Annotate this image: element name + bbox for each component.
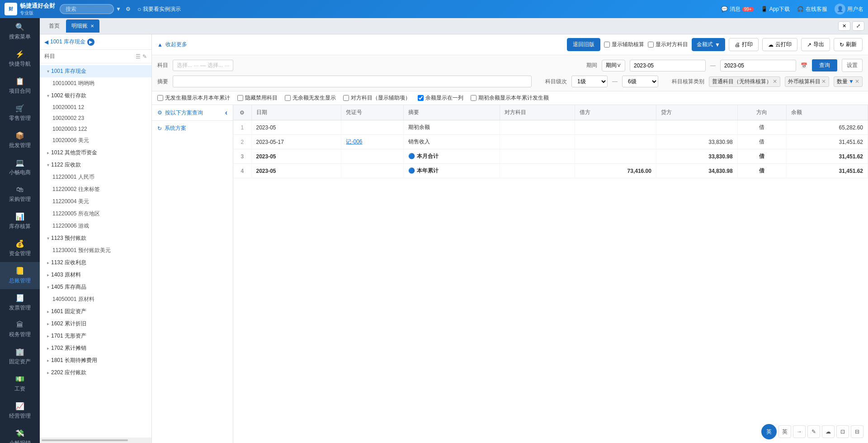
col-settings[interactable]: ⚙: [233, 105, 251, 120]
sidebar-item-ecommerce[interactable]: 💻 小畅电商: [0, 154, 40, 181]
show-opposite-checkbox[interactable]: 显示对方科目: [648, 41, 688, 48]
tree-item-11220004[interactable]: 11220004 美元: [40, 195, 151, 208]
no-balance-checkbox[interactable]: 无发生额显示本月本年累计: [157, 94, 230, 102]
expand-more-btn[interactable]: ▲ 收起更多: [157, 41, 187, 48]
sidebar-item-finance[interactable]: 💰 资金管理: [0, 235, 40, 262]
tab-home[interactable]: 首页: [43, 19, 65, 33]
search-button[interactable]: 查询: [812, 59, 837, 71]
tree-item-1701[interactable]: ▸ 1701 无形资产: [40, 330, 151, 342]
search-dropdown-icon[interactable]: ▼: [116, 6, 121, 12]
topbar-settings-icon[interactable]: ⚙: [126, 6, 131, 12]
tab-ledger-detail[interactable]: 明细账 ✕: [66, 19, 99, 33]
tag1-close-icon[interactable]: ✕: [773, 78, 777, 85]
sidebar-item-operations[interactable]: 📈 经营管理: [0, 397, 40, 424]
quantity-dropdown-icon[interactable]: ▼: [849, 78, 854, 85]
sidebar-item-ledger[interactable]: 📒 总账管理: [0, 262, 40, 289]
list-view-icon[interactable]: ☰: [136, 53, 141, 60]
search-input[interactable]: [60, 4, 114, 14]
period-type-button[interactable]: 期间∨: [602, 60, 625, 71]
sidebar-item-retail[interactable]: 🛒 零售管理: [0, 100, 40, 127]
system-plan-item[interactable]: ↻ 系统方案: [152, 121, 233, 136]
window-expand-button[interactable]: ⤢: [852, 21, 864, 31]
tree-item-1801[interactable]: ▸ 1801 长期待摊费用: [40, 354, 151, 367]
tree-item-2202[interactable]: ▸ 2202 应付账款: [40, 367, 151, 379]
tag-normal-subject[interactable]: 普通科目（无特殊核算） ✕: [709, 76, 780, 87]
tree-item-10020003[interactable]: 10020003 122: [40, 124, 151, 134]
tag2-close-icon[interactable]: ✕: [821, 78, 826, 85]
tree-item-1601[interactable]: ▸ 1601 固定资产: [40, 305, 151, 318]
sidebar-item-project[interactable]: 📋 项目合同: [0, 72, 40, 100]
arrow-button[interactable]: →: [793, 425, 806, 438]
refresh-button[interactable]: ↻ 刷新: [834, 38, 863, 51]
hide-disabled-checkbox[interactable]: 隐藏禁用科目: [237, 94, 278, 102]
back-old-version-button[interactable]: 退回旧版: [567, 38, 600, 51]
account-nav-left-icon[interactable]: ◀: [44, 39, 48, 45]
tree-item-10020006[interactable]: 10020006 美元: [40, 134, 151, 147]
tree-item-1001[interactable]: ▾ 1001 库存现金: [40, 65, 151, 77]
tree-item-11220005[interactable]: 11220005 所在地区: [40, 208, 151, 220]
period-end-input[interactable]: [720, 60, 796, 71]
tree-item-11220006[interactable]: 11220006 游戏: [40, 220, 151, 232]
tag-foreign-currency[interactable]: 外币核算科目 ✕: [785, 76, 829, 87]
tree-item-1002[interactable]: ▾ 1002 银行存款: [40, 90, 151, 102]
export-button[interactable]: ↗ 导出: [801, 38, 830, 51]
tree-item-11220002[interactable]: 11220002 往来标签: [40, 183, 151, 195]
tree-item-1122[interactable]: ▾ 1122 应收款: [40, 159, 151, 171]
tree-item-14050001[interactable]: 14050001 原材料: [40, 293, 151, 305]
tree-scrollbar[interactable]: [40, 438, 151, 443]
tree-item-11220001[interactable]: 11220001 人民币: [40, 171, 151, 183]
grid-float-button[interactable]: ⊡: [836, 425, 849, 438]
subject-input-field[interactable]: 选择... ··· — 选择... ···: [173, 60, 233, 71]
translate-button[interactable]: 英: [778, 425, 791, 438]
period-calendar-icon[interactable]: 📅: [801, 62, 807, 69]
settings-small-button[interactable]: 设置: [842, 59, 863, 72]
online-service-button[interactable]: 🎧 在线客服: [797, 5, 827, 13]
print-button[interactable]: 🖨 打印: [729, 38, 759, 51]
cell-voucher[interactable]: 记-006: [341, 135, 404, 149]
balance-one-column-checkbox[interactable]: 余额显示在一列: [418, 94, 463, 102]
edit-view-icon[interactable]: ✎: [142, 53, 147, 60]
sidebar-item-quick-nav[interactable]: ⚡ 快捷导航: [0, 45, 40, 72]
collapse-filter-icon[interactable]: ‹: [225, 109, 227, 117]
subject-level-start-select[interactable]: 1级2级3级: [571, 76, 608, 87]
no-balance-show-checkbox[interactable]: 无余额无发生显示: [285, 94, 336, 102]
demo-link[interactable]: ○ 我要看实例演示: [137, 5, 181, 13]
tree-item-10020001[interactable]: 10020001 12: [40, 102, 151, 113]
tab-close-icon[interactable]: ✕: [90, 24, 94, 29]
tag3-close-icon[interactable]: ✕: [855, 78, 859, 85]
window-close-button[interactable]: ✕: [838, 21, 850, 31]
cloud-float-button[interactable]: ☁: [822, 425, 835, 438]
sidebar-item-salary[interactable]: 💵 工资: [0, 370, 40, 397]
account-nav-right-icon[interactable]: ▶: [87, 38, 94, 46]
sidebar-item-fixed-assets[interactable]: 🏢 固定资产: [0, 343, 40, 370]
amount-type-button[interactable]: 金额式 ▼: [692, 38, 725, 51]
chat-float-button[interactable]: 英: [761, 424, 777, 439]
tree-item-1123[interactable]: ▾ 1123 预付账款: [40, 232, 151, 244]
subject-level-end-select[interactable]: 6级5级4级: [622, 76, 658, 87]
opposite-subject-checkbox[interactable]: 对方科目（显示辅助项）: [343, 94, 410, 102]
sidebar-item-expense[interactable]: 💸 小畅报销: [0, 424, 40, 443]
tree-item-1405[interactable]: ▾ 1405 库存商品: [40, 281, 151, 293]
period-opening-checkbox[interactable]: 期初余额显示本年累计发生额: [471, 94, 549, 102]
minus-float-button[interactable]: ⊟: [851, 425, 863, 438]
sidebar-item-invoice[interactable]: 🧾 发票管理: [0, 289, 40, 316]
sidebar-item-tax[interactable]: 🏛 税务管理: [0, 316, 40, 343]
app-download-button[interactable]: 📱 App下载: [761, 5, 790, 13]
cloud-print-button[interactable]: ☁ 云打印: [762, 38, 797, 51]
tree-item-1012[interactable]: ▸ 1012 其他货币资金: [40, 147, 151, 159]
messages-button[interactable]: 💬 消息 99+: [721, 5, 754, 13]
sidebar-item-purchase[interactable]: 🛍 采购管理: [0, 181, 40, 208]
tree-item-1602[interactable]: ▸ 1602 累计折旧: [40, 318, 151, 330]
filter-scheme-header[interactable]: ⚙ 按以下方案查询 ‹: [152, 105, 233, 121]
tree-item-11230001[interactable]: 11230001 预付账款美元: [40, 244, 151, 257]
tree-item-10010001[interactable]: 10010001 哟哟哟: [40, 77, 151, 90]
sidebar-item-wholesale[interactable]: 📦 批发管理: [0, 127, 40, 154]
voucher-link[interactable]: 记-006: [346, 138, 362, 145]
tree-item-10020002[interactable]: 10020002 23: [40, 113, 151, 124]
summary-input[interactable]: [173, 76, 532, 87]
tag-quantity[interactable]: 数量 ▼ ✕: [834, 76, 863, 87]
tree-item-1132[interactable]: ▸ 1132 应收利息: [40, 257, 151, 269]
edit-float-button[interactable]: ✎: [807, 425, 820, 438]
sidebar-item-inventory[interactable]: 📊 库存核算: [0, 208, 40, 235]
sidebar-item-search[interactable]: 🔍 搜索菜单: [0, 18, 40, 45]
